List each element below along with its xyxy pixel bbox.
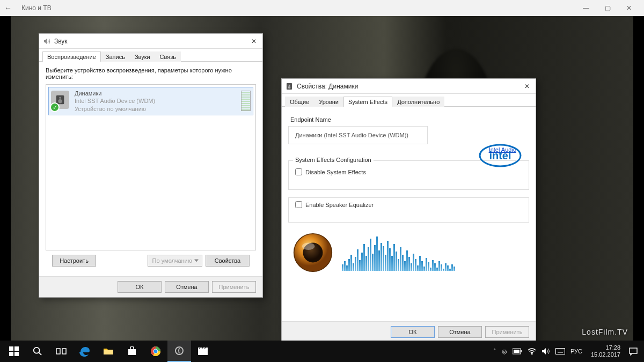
intel-logo: intel	[478, 142, 523, 169]
level-meter	[241, 91, 251, 111]
taskbar: ˄ ◎ РУС 17:28 15.02.2017	[0, 341, 644, 362]
sound-dialog-titlebar[interactable]: Звук ✕	[39, 34, 262, 49]
endpoint-label: Endpoint Name	[290, 116, 529, 123]
svg-point-15	[34, 348, 40, 353]
sound-tabs: Воспроизведение Запись Звуки Связь	[39, 49, 262, 62]
back-icon[interactable]: ←	[4, 4, 12, 12]
start-button[interactable]	[2, 341, 26, 362]
keyboard-icon[interactable]	[555, 348, 565, 354]
disable-effects-input[interactable]	[295, 168, 302, 175]
action-center-icon[interactable]	[629, 347, 638, 356]
properties-titlebar[interactable]: Свойства: Динамики ✕	[282, 79, 536, 94]
tab-advanced[interactable]: Дополнительно	[392, 97, 444, 107]
svg-rect-13	[9, 352, 13, 356]
sound-icon	[42, 37, 51, 46]
device-item-speakers[interactable]: ✓ Динамики Intel SST Audio Device (WDM) …	[48, 87, 253, 115]
task-view-icon[interactable]	[49, 341, 73, 362]
close-icon[interactable]: ✕	[522, 81, 532, 92]
close-button[interactable]: ✕	[618, 4, 640, 12]
file-explorer-icon[interactable]	[97, 341, 120, 362]
app-titlebar: ← Кино и ТВ — ▢ ✕	[0, 0, 644, 16]
svg-point-1	[59, 97, 61, 99]
svg-point-34	[531, 353, 532, 354]
properties-button[interactable]: Свойства	[206, 255, 250, 267]
svg-rect-11	[9, 346, 13, 351]
sound-dialog-title: Звук	[54, 38, 68, 45]
svg-rect-17	[56, 349, 60, 354]
search-icon[interactable]	[26, 341, 49, 362]
language-indicator[interactable]: РУС	[570, 348, 582, 354]
clock[interactable]: 17:28 15.02.2017	[588, 344, 624, 358]
svg-point-2	[58, 100, 62, 104]
enable-eq-label: Enable Speaker Equalizer	[305, 202, 374, 208]
properties-title: Свойства: Динамики	[297, 83, 358, 90]
svg-rect-33	[514, 350, 519, 353]
volume-icon[interactable]	[541, 348, 550, 355]
svg-text:intel: intel	[489, 150, 511, 161]
battery-icon[interactable]	[513, 348, 522, 354]
svg-rect-32	[521, 350, 522, 352]
enable-eq-input[interactable]	[295, 201, 302, 208]
svg-point-4	[289, 84, 290, 86]
configure-button[interactable]: Настроить	[52, 255, 96, 267]
properties-tabs: Общие Уровни System Effects Дополнительн…	[282, 94, 536, 107]
visualization-row	[288, 230, 529, 275]
tab-communications[interactable]: Связь	[155, 51, 181, 62]
cancel-button[interactable]: Отмена	[165, 281, 209, 293]
tab-levels[interactable]: Уровни	[314, 97, 343, 107]
clock-time: 17:28	[591, 344, 620, 351]
device-status: Устройство по умолчанию	[75, 105, 241, 113]
ok-button[interactable]: ОК	[391, 326, 435, 338]
system-effects-group-label: System Effects Configuration	[293, 157, 374, 163]
endpoint-name-box: Динамики (Intel SST Audio Device (WDM))	[288, 126, 428, 144]
device-list[interactable]: ✓ Динамики Intel SST Audio Device (WDM) …	[46, 84, 256, 250]
store-icon[interactable]	[120, 341, 144, 362]
enable-speaker-equalizer-checkbox[interactable]: Enable Speaker Equalizer	[294, 198, 523, 217]
check-icon: ✓	[50, 102, 60, 112]
clock-date: 15.02.2017	[591, 351, 620, 358]
minimize-button[interactable]: —	[575, 4, 597, 12]
svg-rect-35	[555, 349, 565, 354]
location-icon[interactable]: ◎	[502, 348, 507, 355]
ok-button[interactable]: ОК	[118, 281, 162, 293]
device-driver: Intel SST Audio Device (WDM)	[75, 97, 241, 105]
system-tray: ˄ ◎ РУС 17:28 15.02.2017	[489, 344, 642, 358]
cancel-button[interactable]: Отмена	[438, 326, 482, 338]
sound-dialog: Звук ✕ Воспроизведение Запись Звуки Связ…	[39, 33, 263, 298]
speaker-small-icon	[285, 82, 294, 91]
properties-dialog: Свойства: Динамики ✕ Общие Уровни System…	[281, 78, 536, 343]
tray-chevron-icon[interactable]: ˄	[493, 348, 496, 355]
edge-icon[interactable]	[73, 341, 97, 362]
svg-rect-18	[62, 349, 66, 354]
movies-tv-icon[interactable]	[191, 341, 215, 362]
apply-button[interactable]: Применить	[212, 281, 256, 293]
svg-line-16	[39, 353, 42, 356]
svg-rect-20	[128, 349, 136, 355]
close-icon[interactable]: ✕	[248, 36, 259, 47]
gold-speaker-icon	[290, 230, 335, 275]
svg-rect-19	[104, 350, 113, 354]
apply-button[interactable]: Применить	[485, 326, 529, 338]
svg-point-24	[154, 350, 158, 353]
set-default-button[interactable]: По умолчанию	[148, 255, 202, 267]
app-icon-active[interactable]	[167, 341, 191, 362]
equalizer-graphic	[342, 234, 455, 271]
maximize-button[interactable]: ▢	[597, 4, 618, 12]
video-watermark: LostFilm.TV	[582, 328, 628, 336]
svg-point-5	[288, 86, 291, 88]
tab-system-effects[interactable]: System Effects	[343, 97, 392, 107]
svg-rect-12	[14, 346, 19, 351]
chrome-icon[interactable]	[144, 341, 167, 362]
wifi-icon[interactable]	[528, 348, 536, 354]
device-name: Динамики	[75, 90, 241, 97]
disable-effects-label: Disable System Effects	[305, 169, 366, 175]
instruction-text: Выберите устройство воспроизведения, пар…	[46, 67, 256, 80]
tab-recording[interactable]: Запись	[101, 51, 130, 62]
tab-playback[interactable]: Воспроизведение	[42, 51, 101, 62]
svg-rect-39	[630, 348, 637, 353]
tab-general[interactable]: Общие	[285, 97, 314, 107]
svg-point-10	[302, 243, 315, 250]
svg-rect-14	[14, 352, 19, 356]
tab-sounds[interactable]: Звуки	[130, 51, 155, 62]
svg-rect-26	[198, 349, 208, 355]
